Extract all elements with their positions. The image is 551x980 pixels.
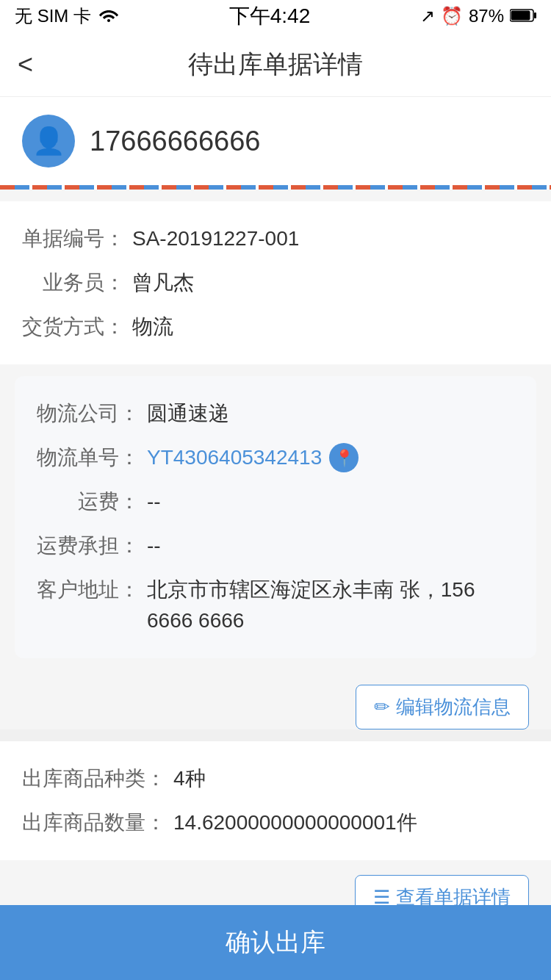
goods-quantity-value: 14.62000000000000001件 (173, 807, 529, 838)
status-time: 下午4:42 (229, 2, 311, 30)
section-divider-1 (0, 729, 551, 741)
alarm-icon: ⏰ (441, 6, 463, 26)
svg-rect-2 (511, 11, 530, 21)
customer-address-label: 客户地址： (37, 574, 140, 605)
freight-bearer-value: -- (147, 530, 514, 561)
status-right: ↗ ⏰ 87% (420, 6, 536, 26)
delivery-method-value: 物流 (132, 311, 529, 342)
goods-quantity-label: 出库商品数量： (22, 807, 166, 838)
logistics-company-value: 圆通速递 (147, 398, 514, 429)
battery-icon (510, 6, 536, 26)
logistics-company-row: 物流公司： 圆通速递 (37, 398, 514, 429)
tracking-number-label: 物流单号： (37, 442, 140, 473)
edit-icon: ✏ (374, 696, 390, 718)
map-location-icon[interactable]: 📍 (329, 443, 359, 472)
freight-label: 运费： (37, 486, 140, 517)
avatar-icon: 👤 (32, 126, 65, 156)
freight-value: -- (147, 486, 514, 517)
edit-logistics-button[interactable]: ✏ 编辑物流信息 (356, 685, 529, 729)
confirm-outbound-button[interactable]: 确认出库 (0, 926, 551, 959)
tracking-number-value: YT4306405342413 📍 (147, 442, 514, 473)
customer-header: 👤 17666666666 (0, 97, 551, 185)
customer-address-row: 客户地址： 北京市市辖区海淀区永丰南 张，156 6666 6666 (37, 574, 514, 636)
document-number-value: SA-20191227-001 (132, 223, 529, 254)
location-status-icon: ↗ (420, 6, 435, 26)
order-info-section: 单据编号： SA-20191227-001 业务员： 曾凡杰 交货方式： 物流 (0, 201, 551, 364)
page-title: 待出库单据详情 (188, 48, 363, 82)
confirm-area: 确认出库 (0, 905, 551, 980)
tracking-number-row: 物流单号： YT4306405342413 📍 (37, 442, 514, 473)
goods-section: 出库商品种类： 4种 出库商品数量： 14.62000000000000001件 (0, 741, 551, 860)
goods-type-row: 出库商品种类： 4种 (22, 763, 529, 794)
status-left: 无 SIM 卡 (15, 4, 119, 28)
wifi-icon (98, 6, 119, 26)
back-button[interactable]: < (18, 49, 33, 80)
logistics-section: 物流公司： 圆通速递 物流单号： YT4306405342413 📍 运费： -… (15, 376, 536, 658)
battery-label: 87% (469, 6, 504, 26)
status-bar: 无 SIM 卡 下午4:42 ↗ ⏰ 87% (0, 0, 551, 32)
document-number-row: 单据编号： SA-20191227-001 (22, 223, 529, 254)
customer-address-value: 北京市市辖区海淀区永丰南 张，156 6666 6666 (147, 574, 514, 636)
goods-type-value: 4种 (173, 763, 529, 794)
dashed-divider (0, 185, 551, 190)
edit-logistics-container: ✏ 编辑物流信息 (0, 670, 551, 729)
document-number-label: 单据编号： (22, 223, 125, 254)
avatar: 👤 (22, 115, 75, 167)
salesman-row: 业务员： 曾凡杰 (22, 267, 529, 298)
svg-rect-1 (534, 12, 536, 18)
freight-bearer-row: 运费承担： -- (37, 530, 514, 561)
logistics-company-label: 物流公司： (37, 398, 140, 429)
edit-logistics-label: 编辑物流信息 (396, 694, 511, 720)
salesman-label: 业务员： (22, 267, 125, 298)
nav-bar: < 待出库单据详情 (0, 32, 551, 97)
goods-type-label: 出库商品种类： (22, 763, 166, 794)
customer-phone: 17666666666 (90, 126, 260, 157)
delivery-method-row: 交货方式： 物流 (22, 311, 529, 342)
goods-quantity-row: 出库商品数量： 14.62000000000000001件 (22, 807, 529, 838)
delivery-method-label: 交货方式： (22, 311, 125, 342)
freight-bearer-label: 运费承担： (37, 530, 140, 561)
freight-row: 运费： -- (37, 486, 514, 517)
carrier-label: 无 SIM 卡 (15, 4, 91, 28)
salesman-value: 曾凡杰 (132, 267, 529, 298)
